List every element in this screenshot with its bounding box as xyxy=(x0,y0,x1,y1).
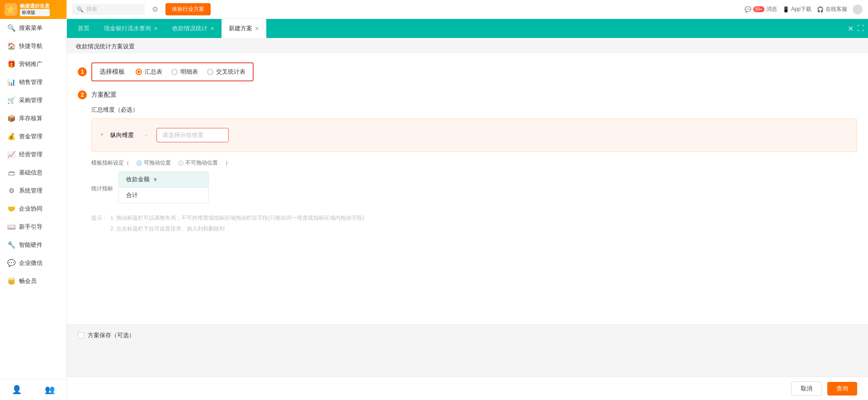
tip-line2-row: 提示： 2. 点击标题栏下拉可设置排序、插入列和删除列 xyxy=(91,223,857,234)
save-checkbox[interactable] xyxy=(78,332,84,339)
sidebar-item-purchase[interactable]: 🛒 采购管理 xyxy=(0,91,66,109)
metrics-header: 模板指标设定（ 可拖动位置 不可拖动位置 ） xyxy=(91,159,857,167)
sidebar-item-wechat[interactable]: 💬 企业微信 xyxy=(0,254,66,272)
arrow-icon: → xyxy=(141,131,149,140)
notification-item[interactable]: 💬 99+ 消息 xyxy=(745,5,777,13)
money-icon: 💰 xyxy=(7,132,15,141)
radio-summary[interactable]: 汇总表 xyxy=(136,68,162,76)
metrics-table-area: 统计指标 收款金额 ▼ 合计 xyxy=(91,171,857,203)
tab-home-label: 首页 xyxy=(78,24,90,33)
trial-button[interactable]: 体验行业方案 xyxy=(165,3,211,15)
download-item[interactable]: 📱 App下载 xyxy=(783,5,811,13)
search-icon: 🔍 xyxy=(7,24,15,32)
tab-new-plan-label: 新建方案 xyxy=(229,24,252,33)
search-box[interactable]: 🔍 搜索 xyxy=(72,4,145,15)
step1-section: 1 选择模板 汇总表 明细表 交叉统计表 xyxy=(78,62,857,81)
sidebar-item-search[interactable]: 🔍 搜索菜单 xyxy=(0,19,66,37)
vertical-label: 纵向维度 xyxy=(110,131,134,139)
logo-text: 畅捷通好生意 xyxy=(20,3,50,9)
template-select-box: 选择模板 汇总表 明细表 交叉统计表 xyxy=(91,62,254,81)
dropdown-icon[interactable]: ▼ xyxy=(152,176,158,183)
bottom-bar: 取消 查询 xyxy=(67,376,868,400)
user2-icon: 👥 xyxy=(45,385,55,395)
notification-label: 消息 xyxy=(766,5,777,13)
sidebar-item-cooperation[interactable]: 🤝 企业协同 xyxy=(0,200,66,218)
notification-icon: 💬 xyxy=(745,6,751,13)
sidebar-item-member[interactable]: 👑 畅会员 xyxy=(0,272,66,290)
query-button[interactable]: 查询 xyxy=(827,382,857,395)
settings-icon[interactable]: ⚙ xyxy=(152,5,158,14)
non-draggable-badge: 不可拖动位置 xyxy=(178,159,218,167)
sidebar-item-guide[interactable]: 📖 新手引导 xyxy=(0,218,66,236)
sidebar-logo: 🌟 畅捷通好生意 标准版 xyxy=(0,0,66,19)
support-item[interactable]: 🎧 在线客服 xyxy=(817,5,847,13)
sidebar-item-inventory[interactable]: 📦 库存核算 xyxy=(0,109,66,127)
save-label: 方案保存（可选） xyxy=(88,331,135,339)
wrench-icon: 🔧 xyxy=(7,241,15,249)
step2-number: 2 xyxy=(78,90,87,99)
column-header-text: 收款金额 xyxy=(126,175,150,184)
tab-expand-icon[interactable]: ⛶ xyxy=(857,24,864,33)
dimension-placeholder: 请选择分组维度 xyxy=(162,132,203,138)
step1-number: 1 xyxy=(78,67,87,76)
search-placeholder: 搜索 xyxy=(86,5,97,13)
radio-summary-circle xyxy=(136,69,142,75)
cancel-button[interactable]: 取消 xyxy=(791,381,822,396)
headset-icon: 🎧 xyxy=(817,6,824,13)
sidebar-nav: 🔍 搜索菜单 🏠 快捷导航 🎁 营销推广 📊 销售管理 🛒 采购管理 📦 库存核… xyxy=(0,19,66,379)
sidebar-item-label: 采购管理 xyxy=(19,96,42,104)
sidebar-item-marketing[interactable]: 🎁 营销推广 xyxy=(0,55,66,73)
sidebar-item-label: 销售管理 xyxy=(19,78,42,86)
user-icon: 👤 xyxy=(12,385,22,395)
step2-row: 2 方案配置 xyxy=(78,90,857,99)
metrics-category-label: 统计指标 xyxy=(91,185,113,193)
tab-new-plan-close[interactable]: ✕ xyxy=(255,26,259,32)
sidebar-item-finance[interactable]: 💰 资金管理 xyxy=(0,127,66,146)
sidebar-item-operation[interactable]: 📈 经营管理 xyxy=(0,146,66,164)
sidebar-item-label: 畅会员 xyxy=(19,277,37,285)
user-profile[interactable] xyxy=(853,5,863,14)
radio-cross-label: 交叉统计表 xyxy=(216,68,245,76)
radio-detail[interactable]: 明细表 xyxy=(171,68,198,76)
sidebar-item-hardware[interactable]: 🔧 智能硬件 xyxy=(0,236,66,254)
draggable-badge: 可拖动位置 xyxy=(137,159,171,167)
metrics-left-label: 统计指标 xyxy=(91,171,113,203)
sidebar-item-label: 快捷导航 xyxy=(19,42,42,50)
sidebar-item-label: 新手引导 xyxy=(19,223,42,231)
support-label: 在线客服 xyxy=(826,5,847,13)
tip-line2: 2. 点击标题栏下拉可设置排序、插入列和删除列 xyxy=(110,223,225,234)
page-title-bar: 收款情况统计方案设置 xyxy=(67,38,868,53)
tab-collection-label: 收款情况统计 xyxy=(172,24,208,33)
tip-title: 提示： 1. 拖动标题栏可以调整布局，不可跨维度或指标区域拖动栏目字段(只能在同… xyxy=(91,212,857,223)
sidebar: 🌟 畅捷通好生意 标准版 🔍 搜索菜单 🏠 快捷导航 🎁 营销推广 📊 销售管理… xyxy=(0,0,67,400)
tab-home[interactable]: 首页 xyxy=(71,19,97,38)
home-icon: 🏠 xyxy=(7,42,15,50)
sidebar-footer-avatar2[interactable]: 👥 xyxy=(43,383,57,396)
avatar-icon xyxy=(853,5,863,14)
tab-bank[interactable]: 现金银行流水查询 ✕ xyxy=(97,19,165,38)
sidebar-item-basic[interactable]: 🗃 基础信息 xyxy=(0,164,66,182)
sidebar-item-system[interactable]: ⚙ 系统管理 xyxy=(0,182,66,200)
radio-summary-label: 汇总表 xyxy=(145,68,162,76)
radio-cross[interactable]: 交叉统计表 xyxy=(207,68,245,76)
non-draggable-label: 不可拖动位置 xyxy=(185,159,218,167)
sidebar-item-sales[interactable]: 📊 销售管理 xyxy=(0,73,66,91)
step1-label: 选择模板 xyxy=(99,68,125,76)
logo-icon: 🌟 xyxy=(5,3,17,16)
metrics-section: 模板指标设定（ 可拖动位置 不可拖动位置 ） xyxy=(91,159,857,203)
tab-collection[interactable]: 收款情况统计 ✕ xyxy=(165,19,222,38)
sidebar-item-label: 智能硬件 xyxy=(19,241,42,249)
tab-collection-close[interactable]: ✕ xyxy=(210,26,214,32)
chart-icon: 📊 xyxy=(7,78,15,86)
draggable-label: 可拖动位置 xyxy=(144,159,171,167)
radio-detail-label: 明细表 xyxy=(180,68,198,76)
tab-close-icon[interactable]: ✕ xyxy=(848,24,854,33)
required-star: * xyxy=(101,132,103,139)
sidebar-item-quick-nav[interactable]: 🏠 快捷导航 xyxy=(0,37,66,55)
close-paren: ） xyxy=(225,159,231,167)
dimension-select[interactable]: 请选择分组维度 xyxy=(156,128,229,142)
sidebar-footer-avatar1[interactable]: 👤 xyxy=(10,383,24,396)
tab-bank-close[interactable]: ✕ xyxy=(154,26,158,32)
tabbar-right: ✕ ⛶ xyxy=(848,24,864,33)
tab-new-plan[interactable]: 新建方案 ✕ xyxy=(222,19,266,38)
